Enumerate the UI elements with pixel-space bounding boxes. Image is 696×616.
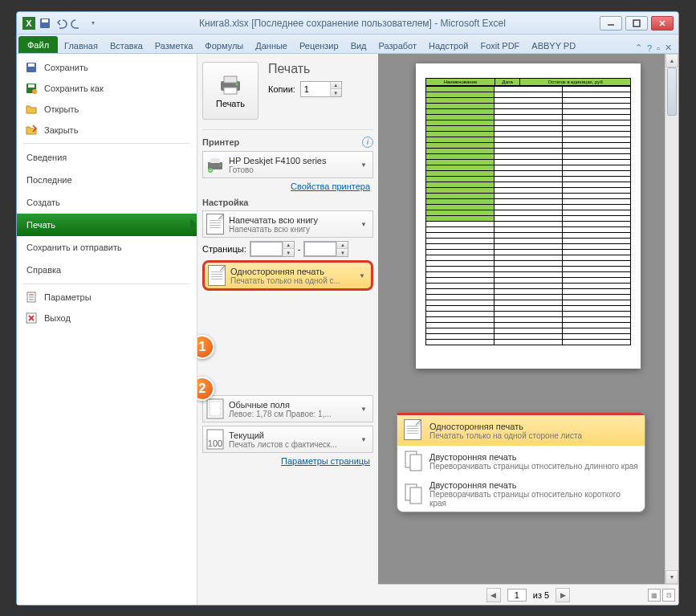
pages-sep: - — [298, 244, 301, 254]
nav-save[interactable]: Сохранить — [17, 57, 197, 78]
nav-share[interactable]: Сохранить и отправить — [17, 236, 197, 259]
spinner-down-icon[interactable]: ▼ — [336, 249, 348, 256]
tab-data[interactable]: Данные — [250, 37, 293, 53]
popup-sub: Переворачивать страницы относительно кор… — [429, 490, 638, 508]
printer-properties-link[interactable]: Свойства принтера — [206, 182, 370, 191]
nav-close[interactable]: Закрыть — [17, 120, 197, 141]
prev-page-button[interactable]: ◀ — [486, 588, 501, 602]
scroll-down-icon[interactable]: ▼ — [665, 570, 678, 584]
tab-layout[interactable]: Разметка — [149, 37, 199, 53]
preview-page: НаименованиеДатаОстаток в единицах, руб — [416, 63, 641, 369]
nav-saveas[interactable]: Сохранить как — [17, 78, 197, 99]
tab-home[interactable]: Главная — [59, 37, 104, 53]
printer-icon — [218, 73, 243, 96]
popup-option-duplex-long[interactable]: Двусторонняя печатьПереворачивать страни… — [397, 446, 645, 476]
page-setup-link[interactable]: Параметры страницы — [206, 456, 370, 466]
app-icon[interactable]: X — [22, 16, 36, 31]
restore-window-icon[interactable]: ▫ — [657, 43, 660, 53]
nav-exit[interactable]: Выход — [17, 308, 197, 328]
next-page-button[interactable]: ▶ — [556, 588, 570, 602]
page-number-input[interactable] — [507, 589, 527, 602]
spinner-up-icon[interactable]: ▲ — [336, 242, 348, 249]
nav-info[interactable]: Сведения — [17, 146, 197, 169]
backstage-main: Печать Печать Копии: ▲▼ Принтерi — [197, 54, 678, 605]
spinner-up-icon[interactable]: ▲ — [283, 242, 294, 249]
window-buttons — [600, 16, 678, 31]
qat-undo-icon[interactable] — [54, 16, 68, 31]
print-side-dropdown[interactable]: Односторонняя печатьПечатать только на о… — [202, 260, 373, 291]
nav-options[interactable]: Параметры — [17, 287, 197, 308]
nav-saveas-label: Сохранить как — [44, 84, 104, 93]
print-scope-dropdown[interactable]: Напечатать всю книгуНапечатать всю книгу… — [202, 210, 373, 238]
scrollbar-thumb[interactable] — [667, 67, 677, 116]
qat-save-icon[interactable] — [38, 16, 52, 31]
tab-file[interactable]: Файл — [18, 36, 58, 53]
preview-table: НаименованиеДатаОстаток в единицах, руб — [425, 78, 631, 86]
tab-insert[interactable]: Вставка — [104, 37, 149, 53]
popup-option-duplex-short[interactable]: Двусторонняя печатьПереворачивать страни… — [397, 476, 645, 512]
printer-dropdown[interactable]: HP Deskjet F4100 seriesГотово ▼ — [202, 151, 373, 178]
svg-text:100: 100 — [208, 439, 222, 448]
svg-point-10 — [32, 89, 37, 94]
spinner-down-icon[interactable]: ▼ — [330, 89, 341, 96]
pages-from-spinner[interactable]: ▲▼ — [250, 241, 295, 257]
duplex-short-icon — [404, 483, 423, 505]
zoom-to-page-icon[interactable]: ⊡ — [662, 589, 675, 602]
popup-title: Двусторонняя печать — [429, 480, 638, 490]
printer-status: Готово — [229, 165, 353, 174]
info-icon[interactable]: i — [362, 137, 373, 148]
tab-foxit[interactable]: Foxit PDF — [474, 37, 525, 53]
close-workbook-icon[interactable]: ✕ — [665, 43, 672, 53]
qat-redo-icon[interactable] — [70, 16, 84, 31]
minimize-ribbon-icon[interactable]: ⌃ — [635, 43, 642, 53]
nav-recent[interactable]: Последние — [17, 169, 197, 191]
svg-rect-21 — [210, 158, 220, 163]
svg-text:X: X — [26, 18, 32, 28]
spinner-up-icon[interactable]: ▲ — [330, 82, 341, 89]
qat-customize-icon[interactable]: ▾ — [86, 16, 100, 31]
scaling-dropdown[interactable]: 100 ТекущийПечать листов с фактическ... … — [202, 426, 373, 453]
svg-point-22 — [219, 165, 221, 166]
tab-developer[interactable]: Разработ — [373, 37, 422, 53]
tab-formulas[interactable]: Формулы — [199, 37, 249, 53]
window-title: Книга8.xlsx [Последнее сохранение пользо… — [105, 18, 600, 29]
scroll-up-icon[interactable]: ▲ — [665, 54, 678, 67]
popup-option-single[interactable]: Односторонняя печатьПечатать только на о… — [397, 415, 645, 446]
chevron-down-icon: ▼ — [358, 436, 369, 443]
popup-title: Двусторонняя печать — [429, 452, 638, 462]
show-margins-icon[interactable]: ▦ — [648, 589, 661, 602]
copies-input[interactable] — [301, 83, 330, 96]
maximize-button[interactable] — [625, 16, 648, 31]
nav-open-label: Открыть — [44, 104, 79, 114]
tab-abbyy[interactable]: ABBYY PD — [526, 37, 581, 53]
nav-open[interactable]: Открыть — [17, 99, 197, 120]
minimize-button[interactable] — [600, 16, 622, 31]
tab-addins[interactable]: Надстрой — [423, 37, 474, 53]
copies-spinner[interactable]: ▲▼ — [300, 81, 342, 97]
nav-exit-label: Выход — [44, 313, 71, 323]
nav-new[interactable]: Создать — [17, 191, 197, 214]
pages-to-spinner[interactable]: ▲▼ — [303, 241, 348, 257]
pages-from-input[interactable] — [250, 242, 283, 256]
preview-scrollbar[interactable]: ▲ ▼ — [665, 54, 678, 584]
printer-device-icon — [206, 157, 224, 173]
print-preview-pane: НаименованиеДатаОстаток в единицах, руб … — [378, 54, 678, 605]
print-header: Печать — [268, 62, 342, 76]
scaling-title: Текущий — [229, 430, 353, 440]
ribbon-tabs: Файл Главная Вставка Разметка Формулы Да… — [17, 35, 678, 54]
pages-label: Страницы: — [202, 244, 246, 254]
margins-dropdown[interactable]: Обычные поляЛевое: 1,78 см Правое: 1,...… — [202, 395, 373, 422]
side-options-popup: Односторонняя печатьПечатать только на о… — [397, 413, 645, 512]
spinner-down-icon[interactable]: ▼ — [283, 249, 294, 256]
nav-help[interactable]: Справка — [17, 259, 197, 281]
print-button[interactable]: Печать — [202, 62, 258, 120]
tab-view[interactable]: Вид — [345, 37, 372, 53]
margins-title: Обычные поля — [229, 400, 353, 410]
quick-access-toolbar: X ▾ — [17, 16, 105, 31]
tab-review[interactable]: Рецензир — [294, 37, 344, 53]
help-icon[interactable]: ? — [647, 43, 652, 53]
close-button[interactable] — [651, 16, 674, 31]
pages-to-input[interactable] — [304, 242, 336, 256]
nav-print[interactable]: Печать — [17, 214, 197, 236]
duplex-long-icon — [404, 450, 423, 472]
